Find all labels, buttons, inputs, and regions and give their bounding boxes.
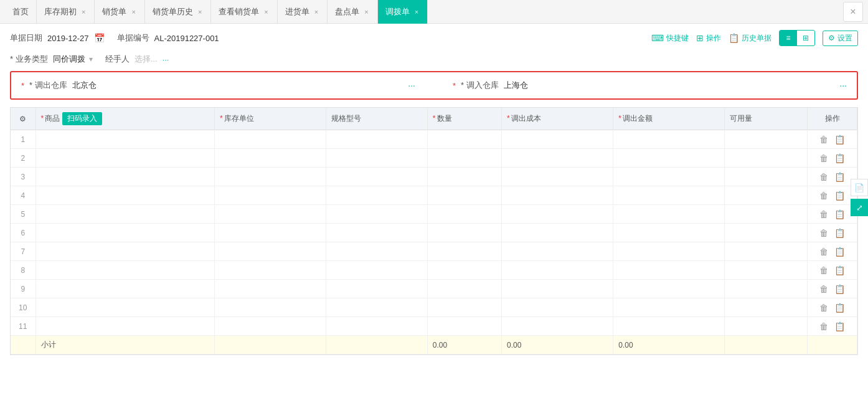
row-spec-1[interactable] bbox=[326, 130, 428, 149]
row-goods-1[interactable] bbox=[35, 130, 215, 149]
delete-icon-7[interactable]: 🗑 bbox=[819, 247, 828, 257]
settings-button[interactable]: ⚙ 设置 bbox=[823, 31, 858, 46]
row-qty-6[interactable] bbox=[427, 224, 501, 242]
row-spec-5[interactable] bbox=[326, 205, 428, 224]
row-cost-2[interactable] bbox=[502, 149, 613, 168]
row-qty-3[interactable] bbox=[427, 168, 501, 186]
tab-transfer[interactable]: 调拨单 × bbox=[378, 0, 428, 24]
row-spec-9[interactable] bbox=[326, 280, 428, 298]
copy-icon-3[interactable]: 📋 bbox=[834, 172, 845, 182]
in-warehouse-more-btn[interactable]: ··· bbox=[839, 80, 847, 90]
grid-view-btn[interactable]: ⊞ bbox=[797, 31, 814, 45]
delete-icon-11[interactable]: 🗑 bbox=[819, 321, 828, 331]
tab-close-purchase-order[interactable]: × bbox=[313, 7, 319, 16]
row-spec-10[interactable] bbox=[326, 298, 428, 317]
history-doc-action[interactable]: 📋 历史单据 bbox=[729, 33, 771, 44]
tab-close-inventory-init[interactable]: × bbox=[80, 7, 87, 16]
row-qty-8[interactable] bbox=[427, 261, 501, 280]
quick-key-action[interactable]: ⌨ 快捷键 bbox=[651, 33, 689, 44]
row-qty-2[interactable] bbox=[427, 149, 501, 168]
row-qty-9[interactable] bbox=[427, 280, 501, 298]
row-spec-7[interactable] bbox=[326, 242, 428, 261]
row-spec-2[interactable] bbox=[326, 149, 428, 168]
tab-sales-history[interactable]: 销货单历史 × bbox=[145, 0, 211, 24]
delete-icon-2[interactable]: 🗑 bbox=[819, 153, 828, 163]
copy-icon-4[interactable]: 📋 bbox=[834, 191, 845, 201]
window-close-button[interactable]: × bbox=[843, 2, 863, 22]
row-spec-11[interactable] bbox=[326, 317, 428, 336]
table-scroll-area[interactable]: ⚙ *商品 扫码录入 *库存单位 规格型号 *数量 *调出成本 *调出金额 可用… bbox=[11, 108, 857, 355]
row-cost-5[interactable] bbox=[502, 205, 613, 224]
delete-icon-8[interactable]: 🗑 bbox=[819, 265, 828, 275]
copy-icon-2[interactable]: 📋 bbox=[834, 153, 845, 163]
row-amount-11[interactable] bbox=[613, 317, 725, 336]
tab-sales-order[interactable]: 销货单 × bbox=[95, 0, 144, 24]
copy-icon-11[interactable]: 📋 bbox=[834, 321, 845, 331]
delete-icon-3[interactable]: 🗑 bbox=[819, 172, 828, 182]
th-settings[interactable]: ⚙ bbox=[11, 108, 35, 130]
row-unit-1[interactable] bbox=[215, 130, 326, 149]
row-unit-6[interactable] bbox=[215, 224, 326, 242]
row-spec-6[interactable] bbox=[326, 224, 428, 242]
calendar-icon[interactable]: 📅 bbox=[94, 33, 105, 43]
scan-entry-button[interactable]: 扫码录入 bbox=[62, 112, 102, 125]
delete-icon-5[interactable]: 🗑 bbox=[819, 209, 828, 219]
row-cost-3[interactable] bbox=[502, 168, 613, 186]
tab-close-stocktake[interactable]: × bbox=[363, 7, 369, 16]
handler-more-btn[interactable]: ··· bbox=[163, 55, 169, 64]
row-amount-7[interactable] bbox=[613, 242, 725, 261]
tab-inventory-init[interactable]: 库存期初 × bbox=[37, 0, 95, 24]
tab-close-view-sales[interactable]: × bbox=[263, 7, 269, 16]
copy-icon-10[interactable]: 📋 bbox=[834, 303, 845, 313]
row-spec-4[interactable] bbox=[326, 186, 428, 205]
row-amount-5[interactable] bbox=[613, 205, 725, 224]
row-goods-11[interactable] bbox=[35, 317, 215, 336]
row-qty-5[interactable] bbox=[427, 205, 501, 224]
row-amount-3[interactable] bbox=[613, 168, 725, 186]
row-goods-9[interactable] bbox=[35, 280, 215, 298]
row-unit-7[interactable] bbox=[215, 242, 326, 261]
row-qty-4[interactable] bbox=[427, 186, 501, 205]
tab-purchase-order[interactable]: 进货单 × bbox=[278, 0, 328, 24]
row-amount-2[interactable] bbox=[613, 149, 725, 168]
row-amount-1[interactable] bbox=[613, 130, 725, 149]
tab-close-sales-history[interactable]: × bbox=[197, 7, 203, 16]
tab-home[interactable]: 首页 bbox=[5, 0, 37, 24]
copy-icon-5[interactable]: 📋 bbox=[834, 209, 845, 219]
row-cost-7[interactable] bbox=[502, 242, 613, 261]
row-amount-8[interactable] bbox=[613, 261, 725, 280]
row-cost-11[interactable] bbox=[502, 317, 613, 336]
note-float-button[interactable]: 📄 bbox=[851, 179, 868, 196]
copy-icon-1[interactable]: 📋 bbox=[834, 135, 845, 145]
row-goods-7[interactable] bbox=[35, 242, 215, 261]
biz-type-value-group[interactable]: 同价调拨 ▾ bbox=[53, 54, 93, 65]
row-unit-2[interactable] bbox=[215, 149, 326, 168]
row-goods-3[interactable] bbox=[35, 168, 215, 186]
delete-icon-10[interactable]: 🗑 bbox=[819, 303, 828, 313]
row-spec-3[interactable] bbox=[326, 168, 428, 186]
copy-icon-9[interactable]: 📋 bbox=[834, 284, 845, 294]
row-unit-8[interactable] bbox=[215, 261, 326, 280]
copy-icon-7[interactable]: 📋 bbox=[834, 247, 845, 257]
delete-icon-1[interactable]: 🗑 bbox=[819, 135, 828, 145]
copy-icon-8[interactable]: 📋 bbox=[834, 265, 845, 275]
row-goods-6[interactable] bbox=[35, 224, 215, 242]
row-amount-6[interactable] bbox=[613, 224, 725, 242]
row-qty-10[interactable] bbox=[427, 298, 501, 317]
tab-view-sales[interactable]: 查看销货单 × bbox=[211, 0, 277, 24]
row-unit-10[interactable] bbox=[215, 298, 326, 317]
biz-type-dropdown-icon[interactable]: ▾ bbox=[89, 55, 93, 64]
tab-close-transfer[interactable]: × bbox=[413, 7, 420, 16]
row-cost-4[interactable] bbox=[502, 186, 613, 205]
row-unit-11[interactable] bbox=[215, 317, 326, 336]
row-spec-8[interactable] bbox=[326, 261, 428, 280]
delete-icon-9[interactable]: 🗑 bbox=[819, 284, 828, 294]
row-amount-10[interactable] bbox=[613, 298, 725, 317]
operations-action[interactable]: ⊞ 操作 bbox=[696, 33, 721, 44]
row-cost-10[interactable] bbox=[502, 298, 613, 317]
row-goods-4[interactable] bbox=[35, 186, 215, 205]
row-unit-4[interactable] bbox=[215, 186, 326, 205]
delete-icon-6[interactable]: 🗑 bbox=[819, 228, 828, 238]
row-goods-10[interactable] bbox=[35, 298, 215, 317]
row-qty-1[interactable] bbox=[427, 130, 501, 149]
